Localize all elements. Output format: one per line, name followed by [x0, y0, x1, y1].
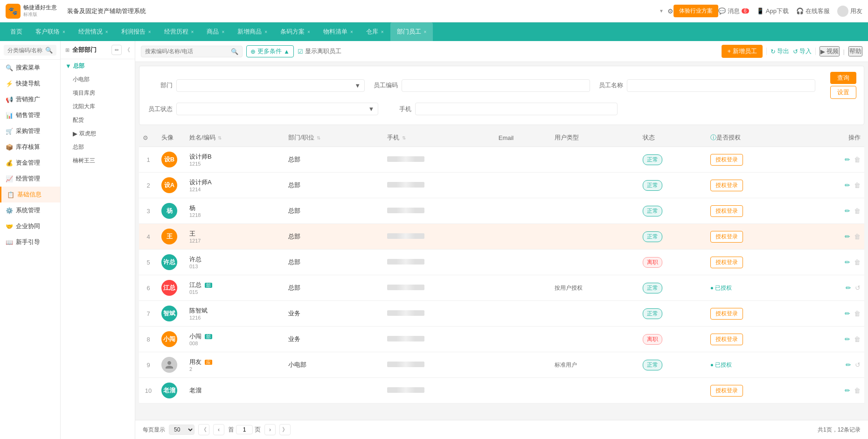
search-input-box[interactable]: 🔍 — [141, 46, 243, 57]
edit-icon[interactable]: ✏ — [845, 335, 850, 343]
show-resigned-toggle[interactable]: ☑ 显示离职员工 — [298, 47, 341, 56]
sidebar-item-collab[interactable]: 🤝 企业协同 — [0, 218, 60, 234]
close-icon[interactable]: × — [381, 29, 384, 35]
prev-page-button[interactable]: ‹ — [213, 424, 224, 435]
view-button[interactable]: ▶ 视频 — [819, 46, 840, 56]
sidebar-item-sales[interactable]: 📊 销售管理 — [0, 107, 60, 123]
sidebar-item-search[interactable]: 🔍 搜索菜单 — [0, 60, 60, 76]
set-button[interactable]: 设置 — [830, 86, 856, 99]
close-icon[interactable]: × — [191, 29, 194, 35]
gear-icon[interactable]: ⚙ — [667, 7, 674, 15]
nav-tab-operations[interactable]: 经营情况 × — [72, 22, 115, 41]
page-size-select[interactable]: 50 100 200 — [169, 425, 194, 435]
dept-item-shuanghu[interactable]: ▶ 双虎想 — [68, 127, 135, 140]
settings-icon[interactable]: ⚙ — [143, 134, 148, 141]
close-icon[interactable]: × — [62, 29, 65, 35]
delete-icon[interactable]: 🗑 — [854, 335, 861, 343]
nav-tab-profit[interactable]: 利润报告 × — [115, 22, 158, 41]
authorize-button[interactable]: 授权登录 — [710, 257, 743, 268]
authorize-button[interactable]: 授权登录 — [710, 334, 743, 345]
nav-tab-bom[interactable]: 物料清单 × — [317, 22, 360, 41]
employee-search-input[interactable] — [145, 48, 229, 55]
close-icon[interactable]: × — [264, 29, 267, 35]
import-button[interactable]: ↺ 导入 — [793, 47, 812, 56]
sidebar-item-finance[interactable]: 💰 资金管理 — [0, 155, 60, 171]
delete-icon[interactable]: 🗑 — [854, 207, 861, 215]
more-conditions-btn[interactable]: ⊕ 更多条件 ▲ — [246, 45, 294, 57]
next-page-button[interactable]: › — [264, 424, 276, 435]
status-select[interactable]: ▼ — [176, 103, 378, 115]
dept-tree-item-zongbu[interactable]: ▼ 总部 — [61, 59, 135, 73]
nav-tab-add-goods[interactable]: 新增商品 × — [231, 22, 274, 41]
dept-item-peihuo[interactable]: 配货 — [68, 113, 135, 127]
app-download-btn[interactable]: 📱 App下载 — [757, 7, 789, 15]
sidebar-item-guide[interactable]: 📖 新手引导 — [0, 234, 60, 250]
authorize-button[interactable]: 授权登录 — [710, 154, 743, 166]
dept-item-nanshuwang[interactable]: 楠树王三 — [68, 154, 135, 167]
edit-icon[interactable]: ✏ — [846, 284, 851, 292]
trial-button[interactable]: 体验行业方案 — [674, 5, 718, 17]
export-button[interactable]: ↻ 导出 — [771, 47, 789, 56]
edit-icon[interactable]: ✏ — [845, 387, 850, 394]
delete-icon[interactable]: 🗑 — [854, 156, 861, 163]
edit-icon[interactable]: ✏ — [845, 181, 850, 189]
nav-tab-employees[interactable]: 部门员工 × — [390, 22, 433, 41]
sidebar-item-operations[interactable]: 📈 经营管理 — [0, 171, 60, 187]
first-page-button[interactable]: 《 — [198, 424, 209, 435]
close-icon[interactable]: × — [307, 29, 310, 35]
edit-icon[interactable]: ✏ — [845, 156, 850, 163]
delete-icon[interactable]: 🗑 — [854, 181, 861, 189]
close-icon[interactable]: × — [424, 29, 427, 35]
sidebar-item-quick-nav[interactable]: ⚡ 快捷导航 — [0, 76, 60, 91]
authorize-button[interactable]: 授权登录 — [710, 231, 743, 243]
sidebar-item-marketing[interactable]: 📢 营销推广 — [0, 91, 60, 107]
employee-name-input[interactable] — [627, 79, 815, 92]
nav-tab-barcode[interactable]: 条码方案 × — [274, 22, 317, 41]
dept-all-label[interactable]: 全部部门 — [72, 46, 109, 54]
edit-icon[interactable]: ✏ — [845, 233, 850, 240]
last-page-button[interactable]: 》 — [279, 424, 291, 435]
help-button[interactable]: 帮助 — [848, 46, 862, 56]
close-icon[interactable]: × — [350, 29, 353, 35]
nav-tab-warehouse[interactable]: 仓库 × — [360, 22, 390, 41]
add-employee-button[interactable]: + 新增员工 — [722, 45, 762, 58]
sidebar-item-basic-info[interactable]: 📋 基础信息 — [0, 187, 60, 202]
query-button[interactable]: 查询 — [830, 72, 856, 84]
sidebar-search-box[interactable]: 🔍 — [4, 45, 56, 56]
delete-icon[interactable]: 🗑 — [854, 258, 861, 266]
nav-tab-customer[interactable]: 客户联络 × — [29, 22, 72, 41]
dept-select[interactable]: ▼ — [176, 79, 365, 92]
dept-edit-button[interactable]: ✏ — [111, 45, 122, 55]
nav-tab-history[interactable]: 经营历程 × — [158, 22, 201, 41]
dept-collapse-button[interactable]: 《 — [125, 46, 130, 54]
nav-tab-goods[interactable]: 商品 × — [200, 22, 231, 41]
close-icon[interactable]: × — [222, 29, 224, 35]
authorize-button[interactable]: 授权登录 — [710, 385, 743, 397]
dept-item-shenyang[interactable]: 沈阳大库 — [68, 100, 135, 113]
message-btn[interactable]: 💬 消息 6 — [718, 7, 749, 15]
authorize-button[interactable]: 授权登录 — [710, 180, 743, 191]
authorize-button[interactable]: 授权登录 — [710, 308, 743, 320]
sidebar-search-input[interactable] — [7, 47, 45, 54]
employee-code-input[interactable] — [402, 79, 590, 92]
nav-tab-home[interactable]: 首页 — [4, 22, 29, 41]
sidebar-item-inventory[interactable]: 📦 库存核算 — [0, 139, 60, 155]
delete-icon[interactable]: 🗑 — [854, 310, 861, 317]
edit-icon[interactable]: ✏ — [845, 310, 850, 317]
dept-item-project[interactable]: 项目库房 — [68, 86, 135, 100]
phone-input[interactable] — [415, 103, 617, 115]
dept-item-xiaodian[interactable]: 小电部 — [68, 73, 135, 86]
edit-icon[interactable]: ✏ — [845, 258, 850, 266]
user-menu[interactable]: 用友 — [837, 6, 862, 17]
authorize-button[interactable]: 授权登录 — [710, 205, 743, 217]
dept-item-zongbu2[interactable]: 总部 — [68, 140, 135, 154]
delete-icon[interactable]: ↺ — [855, 361, 861, 369]
arrow-down-icon[interactable]: ▼ — [659, 8, 664, 14]
edit-icon[interactable]: ✏ — [846, 361, 851, 369]
sidebar-item-purchase[interactable]: 🛒 采购管理 — [0, 123, 60, 139]
delete-icon[interactable]: 🗑 — [854, 233, 861, 240]
delete-icon[interactable]: ↺ — [855, 284, 861, 292]
close-icon[interactable]: × — [148, 29, 151, 35]
online-service-btn[interactable]: 🎧 在线客服 — [796, 7, 830, 15]
close-icon[interactable]: × — [105, 29, 108, 35]
